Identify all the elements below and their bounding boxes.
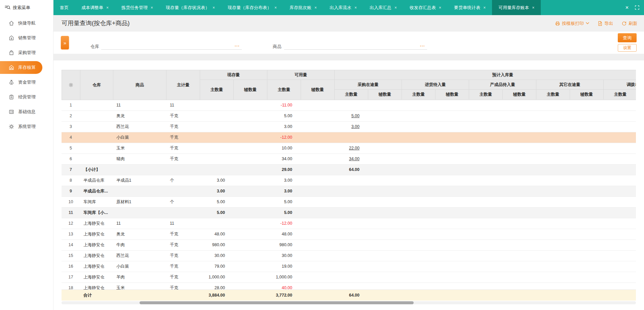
table-row-18[interactable]: 18上海静安仓玉米千克28.0040.00 bbox=[62, 283, 636, 290]
sidebar-item-business[interactable]: 经营管理 bbox=[0, 90, 53, 104]
tab-close-icon[interactable]: × bbox=[106, 5, 109, 10]
table-row-12[interactable]: 12上海静安仓1111-12.00 bbox=[62, 218, 636, 229]
export-icon bbox=[598, 21, 602, 26]
tab-close-icon[interactable]: × bbox=[314, 5, 317, 10]
refresh-button[interactable]: 刷新 bbox=[622, 20, 637, 27]
table-row-3[interactable]: 3西兰花千克3.003.00 bbox=[62, 122, 636, 132]
cell-po bbox=[335, 261, 368, 272]
cell-po bbox=[335, 240, 368, 250]
tab-close-icon[interactable]: × bbox=[274, 5, 277, 10]
window-close-icon[interactable]: ✕ bbox=[625, 5, 629, 10]
fullscreen-icon[interactable] bbox=[635, 5, 639, 10]
table-row-16[interactable]: 16上海静安仓小白菜千克79.0019.00 bbox=[62, 261, 636, 272]
cell-prod: 原材料1 bbox=[113, 197, 166, 207]
table-row-4[interactable]: 4小白菜千克-12.00 bbox=[62, 132, 636, 143]
table-row-1[interactable]: 11111-11.00 bbox=[62, 100, 636, 111]
tab-2[interactable]: 成本调整单× bbox=[75, 0, 115, 15]
cell-stock_aux bbox=[234, 100, 267, 110]
sidebar: 搜索菜单 快捷导航销售管理采购管理库存核算资金管理经营管理基础信息系统管理 bbox=[0, 0, 53, 310]
sidebar-item-info[interactable]: 基础信息 bbox=[0, 104, 53, 119]
collapse-filters-button[interactable]: » bbox=[61, 36, 69, 49]
tab-label: 现存量（库存分布表） bbox=[228, 5, 271, 11]
table-row-14[interactable]: 14上海静安仓牛肉千克980.00980.00 bbox=[62, 240, 636, 251]
cell-po[interactable]: 3.00 bbox=[335, 122, 368, 132]
cell-wh bbox=[80, 100, 113, 110]
tab-close-icon[interactable]: × bbox=[483, 5, 486, 10]
table-row-10[interactable]: 10车间库原材料1个5.005.00 bbox=[62, 197, 636, 208]
cell-po[interactable]: 34.00 bbox=[335, 154, 368, 164]
cell-n: 4 bbox=[62, 132, 80, 143]
sidebar-item-home[interactable]: 快捷导航 bbox=[0, 16, 53, 31]
tab-4[interactable]: 现存量（库存状况表）× bbox=[159, 0, 221, 15]
table-row-11[interactable]: 11车间库【小...5.005.00 bbox=[62, 208, 636, 218]
tab-8[interactable]: 出入库汇总× bbox=[363, 0, 403, 15]
cell-in_m bbox=[402, 240, 435, 250]
cell-po[interactable]: 5.00 bbox=[335, 111, 368, 121]
export-button[interactable]: 导出 bbox=[598, 20, 613, 27]
settings-button[interactable]: 设置 bbox=[618, 44, 637, 52]
tab-close-icon[interactable]: × bbox=[213, 5, 215, 10]
cell-stock bbox=[200, 218, 234, 229]
cell-unit: 个 bbox=[166, 197, 200, 207]
cell-n: 12 bbox=[62, 218, 80, 229]
cell-po[interactable]: 22.00 bbox=[335, 143, 368, 153]
sidebar-item-purchase[interactable]: 采购管理 bbox=[0, 45, 53, 60]
print-by-template-button[interactable]: 按模板打印 bbox=[555, 20, 589, 27]
cell-avail: 3,772.00 bbox=[267, 290, 301, 301]
cell-in_a bbox=[435, 186, 469, 196]
column-settings-button[interactable] bbox=[62, 70, 80, 100]
cell-stock: 1,000.00 bbox=[200, 272, 234, 282]
table-row-15[interactable]: 15上海静安仓西兰花千克30.0030.00 bbox=[62, 251, 636, 261]
cell-n bbox=[62, 290, 80, 301]
cell-prod: 玉米 bbox=[113, 143, 166, 153]
tab-9[interactable]: 收发存汇总表× bbox=[403, 0, 448, 15]
cell-oth_m bbox=[536, 122, 570, 132]
cell-oth_m bbox=[536, 272, 570, 282]
tab-label: 拣货任务管理 bbox=[121, 5, 148, 11]
cell-oth_a bbox=[570, 186, 604, 196]
cell-fin_m bbox=[469, 208, 503, 218]
sidebar-item-inventory[interactable]: 库存核算 bbox=[0, 61, 42, 74]
sidebar-item-system[interactable]: 系统管理 bbox=[0, 119, 53, 134]
system-icon bbox=[9, 124, 14, 129]
cell-po bbox=[335, 197, 368, 207]
tab-1[interactable]: 首页 bbox=[53, 0, 75, 15]
warehouse-picker-icon[interactable]: ··· bbox=[235, 44, 240, 48]
search-menu[interactable]: 搜索菜单 bbox=[0, 0, 53, 15]
table-row-8[interactable]: 8半成品仓库半成品1个3.003.00 bbox=[62, 175, 636, 186]
cell-wh: 上海静安仓 bbox=[80, 218, 113, 229]
table-total-row[interactable]: 合计3,884.003,772.0064.00 bbox=[62, 290, 636, 301]
cell-fin_m bbox=[469, 290, 503, 301]
product-picker-icon[interactable]: ··· bbox=[420, 44, 425, 48]
table-row-6[interactable]: 6猪肉千克34.0034.00 bbox=[62, 154, 636, 165]
tab-7[interactable]: 出入库流水× bbox=[323, 0, 363, 15]
cell-avail_aux bbox=[301, 240, 335, 250]
tab-close-icon[interactable]: × bbox=[151, 5, 153, 10]
tab-close-icon[interactable]: × bbox=[532, 5, 534, 10]
table-row-17[interactable]: 17上海静安仓羊肉千克1,000.001,000.00 bbox=[62, 272, 636, 283]
tab-close-icon[interactable]: × bbox=[354, 5, 357, 10]
product-filter-input[interactable]: ··· bbox=[284, 41, 427, 50]
tab-11[interactable]: 可用量库存账本× bbox=[492, 0, 541, 15]
query-button[interactable]: 查询 bbox=[618, 33, 637, 42]
cell-unit: 千克 bbox=[166, 122, 200, 132]
tab-3[interactable]: 拣货任务管理× bbox=[115, 0, 159, 15]
table-row-2[interactable]: 2奥龙千克5.005.00 bbox=[62, 111, 636, 122]
sidebar-item-sales[interactable]: 销售管理 bbox=[0, 31, 53, 45]
sidebar-item-funds[interactable]: 资金管理 bbox=[0, 75, 53, 90]
cell-in_m bbox=[402, 122, 435, 132]
tab-close-icon[interactable]: × bbox=[394, 5, 397, 10]
warehouse-filter-input[interactable]: ··· bbox=[101, 41, 242, 50]
tab-close-icon[interactable]: × bbox=[439, 5, 441, 10]
tab-10[interactable]: 要货单统计表× bbox=[448, 0, 492, 15]
tab-6[interactable]: 库存批次账× bbox=[283, 0, 323, 15]
table-row-5[interactable]: 5玉米千克10.0022.00 bbox=[62, 143, 636, 154]
horizontal-scrollbar-thumb[interactable] bbox=[140, 301, 414, 304]
table-row-7[interactable]: 7【小计】29.0064.00 bbox=[62, 165, 636, 175]
cell-stock bbox=[200, 111, 234, 121]
cell-in_m bbox=[402, 208, 435, 218]
cell-prod: 半成品1 bbox=[113, 175, 166, 186]
table-row-13[interactable]: 13上海静安仓奥龙千克48.0048.00 bbox=[62, 229, 636, 240]
tab-5[interactable]: 现存量（库存分布表）× bbox=[221, 0, 283, 15]
table-row-9[interactable]: 9半成品仓库...3.003.00 bbox=[62, 186, 636, 197]
